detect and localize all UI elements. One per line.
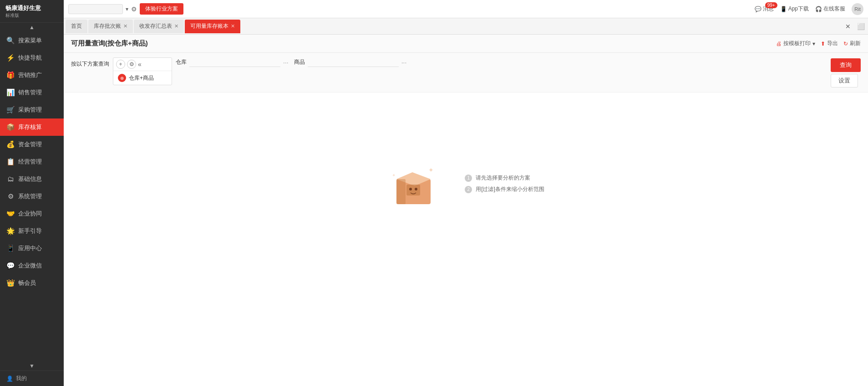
sidebar-item-system[interactable]: ⚙ 系统管理 [0, 188, 64, 205]
sidebar-logo: 畅康通好生意 标准版 [0, 0, 64, 23]
empty-hint-2: 2 用[过滤]条件来缩小分析范围 [465, 185, 544, 193]
top-bar-left: ▾ ⚙ 体验行业方案 [68, 3, 751, 15]
collapse-icon[interactable]: « [138, 61, 142, 68]
sidebar-item-wechat[interactable]: 💬 企业微信 [0, 257, 64, 274]
tab-batch-close[interactable]: ✕ [123, 23, 127, 29]
tab-available[interactable]: 可用量库存账本 ✕ [185, 20, 240, 33]
tab-window-actions: ✕ ⬜ [843, 21, 866, 32]
sales-icon: 📊 [6, 88, 15, 97]
purchase-icon: 🛒 [6, 106, 15, 114]
scheme-toolbar: + ⚙ « [113, 58, 172, 71]
shortcut-icon: ⚡ [6, 54, 15, 62]
top-bar-right: 💬 消息 99+ 📱 App下载 🎧 在线客服 Rit [755, 3, 863, 15]
svg-point-4 [409, 188, 412, 190]
sidebar-item-label-apps: 应用中心 [18, 244, 42, 252]
enterprise-icon: 🤝 [6, 210, 15, 218]
sidebar-item-label-member: 畅会员 [18, 279, 36, 287]
tab-available-close[interactable]: ✕ [231, 23, 235, 29]
warehouse-input[interactable] [189, 57, 280, 67]
sidebar-scroll-down[interactable]: ▼ [0, 361, 64, 371]
export-label: 导出 [827, 40, 838, 47]
tab-close-button[interactable]: ✕ [843, 21, 853, 32]
add-scheme-button[interactable]: + [116, 60, 125, 69]
trial-button[interactable]: 体验行业方案 [140, 3, 183, 15]
sidebar-item-sales[interactable]: 📊 销售管理 [0, 84, 64, 101]
sidebar-item-search[interactable]: 🔍 搜索菜单 [0, 32, 64, 49]
tab-batch[interactable]: 库存批次账 ✕ [88, 20, 133, 33]
empty-hint-2-text: 用[过滤]条件来缩小分析范围 [476, 185, 544, 193]
sidebar-item-guide[interactable]: 🌟 新手引导 [0, 222, 64, 240]
sidebar-item-inventory[interactable]: 📦 库存核算 [0, 118, 64, 136]
user-name: Rit [854, 6, 860, 12]
sidebar-item-label-system: 系统管理 [18, 192, 42, 201]
svg-rect-2 [396, 179, 406, 204]
tab-bar: 首页 库存批次账 ✕ 收发存汇总表 ✕ 可用量库存账本 ✕ ✕ ⬜ [64, 18, 868, 35]
filter-field-goods: 商品 ··· [294, 57, 407, 67]
user-avatar[interactable]: Rit [852, 3, 863, 15]
empty-hints: 1 请先选择要分析的方案 2 用[过滤]条件来缩小分析范围 [465, 174, 544, 193]
sidebar-item-finance[interactable]: 💰 资金管理 [0, 136, 64, 153]
sidebar-scroll-up[interactable]: ▲ [0, 23, 64, 32]
empty-illustration: ✦ ✦ [387, 156, 442, 211]
sidebar-item-label-wechat: 企业微信 [18, 262, 42, 270]
finance-icon: 💰 [6, 140, 15, 149]
search-icon: 🔍 [6, 36, 15, 45]
refresh-label: 刷新 [850, 40, 861, 47]
print-button[interactable]: 🖨 按模板打印 ▾ [776, 40, 815, 47]
marketing_promo-icon: 🎁 [6, 71, 15, 79]
sidebar-item-label-purchase: 采购管理 [18, 106, 42, 114]
scheme-item-label: 仓库+商品 [129, 74, 154, 82]
sidebar-item-marketing_promo[interactable]: 🎁 营销推广 [0, 67, 64, 84]
export-button[interactable]: ⬆ 导出 [821, 40, 838, 47]
edit-scheme-button[interactable]: ⚙ [127, 60, 136, 69]
sidebar-item-operations[interactable]: 📋 经营管理 [0, 153, 64, 170]
sidebar-item-label-marketing_promo: 营销推广 [18, 71, 42, 79]
sidebar-bottom-user[interactable]: 👤 我的 [0, 371, 64, 386]
filter-fields: 仓库 ··· 商品 ··· [176, 57, 827, 67]
tab-batch-label: 库存批次账 [94, 22, 121, 30]
warehouse-more-icon[interactable]: ··· [283, 59, 289, 66]
sidebar-item-purchase[interactable]: 🛒 采购管理 [0, 101, 64, 118]
wechat-icon: 💬 [6, 262, 15, 270]
online-service-button[interactable]: 🎧 在线客服 [815, 5, 845, 13]
sidebar-item-label-finance: 资金管理 [18, 140, 42, 149]
sidebar-item-label-enterprise: 企业协同 [18, 210, 42, 218]
settings-button[interactable]: 设置 [831, 74, 858, 87]
sidebar-item-basic[interactable]: 🗂 基础信息 [0, 170, 64, 188]
dropdown-icon[interactable]: ▾ [126, 6, 128, 12]
tab-summary[interactable]: 收发存汇总表 ✕ [134, 20, 184, 33]
query-button[interactable]: 查询 [831, 58, 861, 72]
app-download-button[interactable]: 📱 App下载 [780, 5, 809, 13]
gear-icon[interactable]: ⚙ [131, 5, 137, 13]
headset-icon: 🎧 [815, 6, 822, 12]
page-header-actions: 🖨 按模板打印 ▾ ⬆ 导出 ↻ 刷新 [776, 40, 861, 47]
scheme-item-warehouse-goods[interactable]: ⊕ 仓库+商品 [113, 71, 172, 85]
print-dropdown-icon: ▾ [812, 41, 815, 47]
sidebar-item-apps[interactable]: 📱 应用中心 [0, 240, 64, 257]
filter-area: 按以下方案查询 + ⚙ « ⊕ 仓库+商品 仓库 ··· [64, 53, 868, 93]
svg-point-5 [415, 188, 417, 190]
message-button[interactable]: 💬 消息 99+ [755, 5, 774, 13]
top-bar: ▾ ⚙ 体验行业方案 💬 消息 99+ 📱 App下载 🎧 在线客服 Rit [64, 0, 868, 18]
svg-text:✦: ✦ [428, 166, 434, 174]
export-icon: ⬆ [821, 41, 825, 47]
hint-num-2: 2 [465, 186, 472, 193]
tab-available-label: 可用量库存账本 [190, 22, 228, 30]
sidebar-item-shortcut[interactable]: ⚡ 快捷导航 [0, 49, 64, 67]
goods-more-icon[interactable]: ··· [401, 59, 407, 66]
goods-input[interactable] [308, 57, 399, 67]
page-content: 可用量查询(按仓库+商品) 🖨 按模板打印 ▾ ⬆ 导出 ↻ 刷新 按以下方案 [64, 35, 868, 386]
tab-home[interactable]: 首页 [66, 20, 87, 33]
sidebar-item-member[interactable]: 👑 畅会员 [0, 274, 64, 292]
search-input[interactable] [68, 4, 123, 14]
sidebar-item-label-sales: 销售管理 [18, 88, 42, 97]
tab-home-label: 首页 [71, 22, 82, 30]
online-service-label: 在线客服 [823, 5, 845, 13]
refresh-button[interactable]: ↻ 刷新 [843, 40, 861, 47]
system-icon: ⚙ [6, 192, 15, 201]
tab-summary-close[interactable]: ✕ [174, 23, 178, 29]
member-icon: 👑 [6, 279, 15, 287]
tab-maximize-button[interactable]: ⬜ [855, 21, 866, 32]
print-icon: 🖨 [776, 41, 782, 47]
sidebar-item-enterprise[interactable]: 🤝 企业协同 [0, 205, 64, 222]
